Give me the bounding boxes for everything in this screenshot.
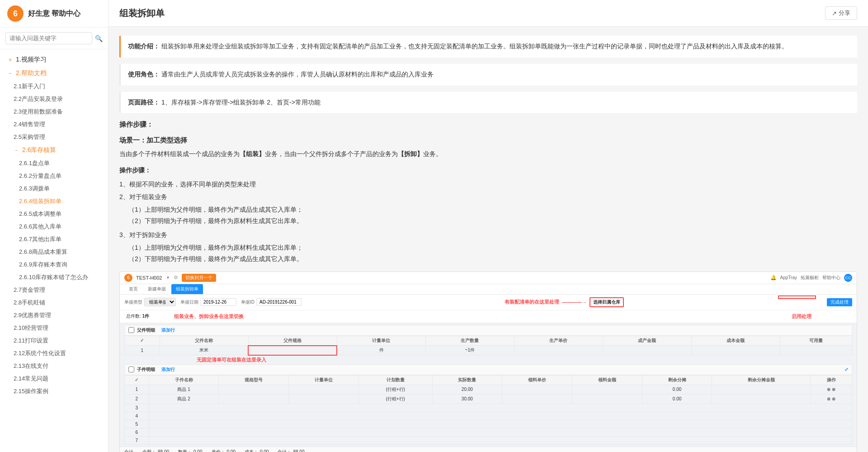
share-button[interactable]: ↗ 分享 [825, 6, 857, 20]
mock-expand-icon[interactable]: ⤢ [844, 367, 848, 372]
mock-lower-table: ✓ 子件名称 规格型号 计量单位 计划数量 实际数量 领料单价 领料金额 剩余分… [124, 375, 852, 445]
role-label: 使用角色： [128, 71, 160, 78]
step2-sub1: （1）上部明细为父件明细，最终作为产成品生成其它入库单； [128, 204, 857, 215]
mock-date-input[interactable] [200, 298, 236, 306]
mock-qty-label: 总件数: 1件 [126, 313, 149, 319]
mock-td-name[interactable]: 米米 [160, 346, 248, 355]
sidebar-item-265[interactable]: 2.6.5成本调整单 [0, 208, 108, 220]
mock-th-unit: 计量单位 [337, 336, 425, 346]
mock-process-area: 组装业务、拆卸业务在这里切换 启用处理 总件数: 1件 [120, 310, 857, 323]
step3-sub1: （1）上部明细为父件明细，最终作为原材料生成其它出库单； [128, 242, 857, 253]
sidebar-item-docs[interactable]: － 2.帮助文档 [0, 67, 108, 80]
sidebar-item-29[interactable]: 2.9优惠券管理 [0, 309, 108, 322]
mock-test-id: TEST-H002 [136, 275, 162, 281]
page-title: 组装拆卸单 [119, 7, 165, 19]
mock-td-camount [603, 346, 691, 355]
sidebar-item-215[interactable]: 2.15操作案例 [0, 385, 108, 398]
mock-footer-f4: 成本： 0.00 [245, 449, 269, 452]
search-icon[interactable]: 🔍 [95, 35, 103, 42]
mock-warehouse-input[interactable] [778, 295, 816, 299]
sidebar-item-212[interactable]: 2.12系统个性化设置 [0, 347, 108, 360]
mock-lower-add-btn[interactable]: 添加行 [161, 366, 175, 373]
sidebar-item-28[interactable]: 2.8手机旺铺 [0, 296, 108, 309]
ops-title: 操作步骤： [119, 120, 857, 129]
sidebar-item-25[interactable]: 2.5采购管理 [0, 131, 108, 143]
minus-icon: － [7, 69, 13, 77]
sidebar-item-263[interactable]: 2.6.3调拨单 [0, 182, 108, 195]
mock-td-costamt [691, 346, 780, 355]
path-block: 页面路径： 1、库存核算->库存管理->组装拆卸单 2、首页->常用功能 [119, 92, 857, 114]
mock-td-1: 1 [125, 346, 160, 355]
table-row: 4 [125, 412, 852, 420]
search-input[interactable] [5, 32, 92, 44]
mock-upper-title: 父件明细 [137, 327, 155, 333]
sidebar-item-22[interactable]: 2.2产品安装及登录 [0, 93, 108, 105]
mock-form-bar: 单据类型 组装单据 拆卸单据 单据日期 单据ID [120, 295, 857, 310]
mock-footer-v1-label: 金额： [142, 449, 156, 452]
mock-th-price: 生产单价 [514, 336, 603, 346]
sidebar-item-27[interactable]: 2.7资金管理 [0, 284, 108, 296]
sidebar-item-2610[interactable]: 2.6.10库存账本错了怎么办 [0, 271, 108, 284]
table-row: 7 [125, 436, 852, 444]
sidebar-item-video[interactable]: ＋ 1.视频学习 [0, 53, 108, 67]
mock-td-prodqty[interactable]: ~1件 [425, 346, 514, 355]
sidebar-item-264[interactable]: 2.6.4组装拆卸单 [0, 195, 108, 208]
ops-steps-label: 操作步骤： [119, 165, 857, 176]
mock-footer-v5-label: 合计： [278, 449, 291, 452]
mock-id-input[interactable] [256, 298, 302, 306]
mock-upper-table: ✓ 父件名称 父件规格 计量单位 生产数量 生产单价 成产金额 成本金额 可用量 [124, 336, 852, 356]
sidebar-item-214[interactable]: 2.14常见问题 [0, 372, 108, 385]
mock-topbar-left: 6 TEST-H002 ▼ ⚙ 切换到另一个 [124, 274, 216, 282]
mock-th-avail: 可用量 [780, 336, 852, 346]
mock-footer-v2-label: 数量： [178, 449, 192, 452]
mock-upper-checkbox[interactable] [128, 327, 134, 333]
mock-footer-v5: 88.00 [293, 449, 304, 452]
sidebar-item-262[interactable]: 2.6.2分量盘点单 [0, 170, 108, 182]
scene1-desc: 当由多个子件材料组装成一个成品的业务为【组装】业务，当由一个父件拆分成多个子产品… [119, 148, 857, 160]
sidebar-item-210[interactable]: 2.10经营管理 [0, 322, 108, 334]
table-row: 6 [125, 428, 852, 436]
sidebar-item-211[interactable]: 2.11打印设置 [0, 334, 108, 347]
intro-text: 组装拆卸单用来处理企业组装或拆卸等加工业务，支持有固定装配清单的产品加工业务，也… [161, 43, 788, 50]
mock-select-warehouse-btn[interactable]: 选择归属仓库 [590, 297, 624, 307]
mock-upper-add-btn[interactable]: 添加行 [161, 327, 175, 333]
mock-type-label: 单据类型 [124, 299, 142, 305]
plus-icon: ＋ [7, 56, 13, 64]
sidebar-item-261[interactable]: 2.6.1盘点单 [0, 157, 108, 170]
mock-footer-v2: 0.00 [193, 449, 202, 452]
sidebar-item-269[interactable]: 2.6.9库存账本查询 [0, 258, 108, 271]
mock-settings-icon: ⚙ [174, 275, 178, 281]
sidebar-item-268[interactable]: 2.6.8商品成本重算 [0, 246, 108, 258]
sidebar-item-26[interactable]: － 2.6库存核算 [0, 143, 108, 157]
sidebar-item-21[interactable]: 2.1新手入门 [0, 80, 108, 93]
mock-type-select[interactable]: 组装单据 拆卸单据 [144, 298, 176, 306]
mock-dropdown: ▼ [165, 275, 170, 280]
table-row: 2 商品 2 (行程+行) 30.00 0.00 ⊕ ⊗ [125, 394, 852, 404]
step2-sub2: （2）下部明细为子件明细，最终作为原材料生成其它出库单。 [128, 215, 857, 227]
share-icon: ↗ [832, 10, 837, 17]
mock-lower-checkbox[interactable] [128, 366, 134, 372]
sidebar-item-23[interactable]: 2.3使用前数据准备 [0, 105, 108, 118]
mock-footer-v4-label: 成本： [245, 449, 258, 452]
mock-tab-current[interactable]: 组装拆卸单 [171, 284, 203, 294]
mock-tab-new[interactable]: 新建单据 [143, 284, 170, 294]
mock-footer-f2: 数量： 0.00 [178, 449, 202, 452]
mock-commit-btn[interactable]: 完成处理 [827, 298, 852, 306]
sidebar-item-267[interactable]: 2.6.7其他出库单 [0, 233, 108, 246]
mock-upper-header: 父件明细 添加行 [124, 325, 852, 336]
ann1-text: 有装配清单的在这里处理 [505, 299, 559, 305]
mock-type-field: 单据类型 组装单据 拆卸单据 [124, 298, 176, 306]
mock-lower-title: 子件明细 [137, 366, 155, 373]
mock-td-spec[interactable] [248, 346, 337, 355]
mock-switch-btn[interactable]: 切换到另一个 [182, 274, 216, 282]
mock-footer-total: 合计 [124, 449, 133, 452]
mock-tab-home[interactable]: 首页 [124, 284, 142, 294]
sidebar-item-213[interactable]: 2.13在线支付 [0, 360, 108, 372]
mock-lower-section: 子件明细 添加行 ⤢ ✓ 子件名称 规格型号 计量单位 计划数量 [120, 364, 857, 447]
sidebar-item-266[interactable]: 2.6.6其他入库单 [0, 220, 108, 233]
mock-ext-label: 拓展橱柜 [801, 275, 819, 281]
screenshot-container: 6 TEST-H002 ▼ ⚙ 切换到另一个 🔔 AppTray 拓展橱柜 帮助… [119, 271, 857, 452]
mock-topbar-right: 🔔 AppTray 拓展橱柜 帮助中心 CC [770, 274, 852, 282]
sidebar-item-24[interactable]: 2.4销售管理 [0, 118, 108, 131]
mock-th-qty: 生产数量 [425, 336, 514, 346]
